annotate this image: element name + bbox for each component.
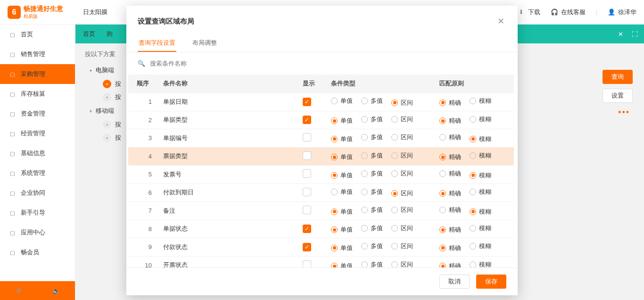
table-row: 1单据日期单值多值区间精确模糊 [128, 93, 514, 111]
radio-fuzzy[interactable]: 模糊 [470, 242, 491, 250]
show-checkbox[interactable] [303, 188, 311, 196]
cell-order: 9 [128, 238, 157, 257]
cell-order: 2 [128, 111, 157, 129]
radio-range[interactable]: 区间 [391, 260, 413, 268]
cell-name: 付款状态 [157, 238, 297, 257]
radio-range[interactable]: 区间 [391, 189, 413, 198]
radio-multi[interactable]: 多值 [361, 188, 383, 196]
table-row: 5发票号单值多值区间精确模糊 [128, 166, 514, 184]
radio-single[interactable]: 单值 [331, 262, 353, 267]
radio-fuzzy[interactable]: 模糊 [470, 260, 491, 268]
table-row: 3单据编号单值多值区间精确模糊 [128, 129, 514, 148]
radio-multi[interactable]: 多值 [361, 133, 383, 142]
show-checkbox[interactable] [303, 133, 311, 142]
radio-exact[interactable]: 精确 [439, 189, 461, 198]
radio-single[interactable]: 单值 [331, 244, 353, 252]
radio-single[interactable]: 单值 [331, 171, 353, 180]
search-icon: 🔍 [138, 60, 145, 67]
table-row: 4票据类型单值多值区间精确模糊 [128, 147, 514, 166]
radio-exact[interactable]: 精确 [439, 225, 461, 234]
radio-multi[interactable]: 多值 [361, 169, 383, 178]
table-row: 6付款到期日单值多值区间精确模糊 [128, 183, 514, 202]
radio-range[interactable]: 区间 [391, 151, 413, 160]
cell-name: 单据状态 [157, 220, 297, 238]
radio-exact[interactable]: 精确 [439, 153, 461, 161]
cell-order: 8 [128, 220, 157, 238]
col-show: 显示 [297, 75, 325, 93]
radio-range[interactable]: 区间 [391, 242, 413, 250]
radio-fuzzy[interactable]: 模糊 [470, 224, 491, 233]
radio-fuzzy[interactable]: 模糊 [470, 188, 491, 196]
radio-single[interactable]: 单值 [331, 225, 353, 234]
radio-fuzzy[interactable]: 模糊 [470, 97, 491, 105]
radio-range[interactable]: 区间 [391, 206, 413, 214]
col-name: 条件名称 [157, 75, 297, 93]
radio-fuzzy[interactable]: 模糊 [470, 135, 491, 143]
radio-exact[interactable]: 精确 [439, 99, 461, 107]
show-checkbox[interactable] [303, 260, 311, 267]
table-row: 8单据状态单值多值区间精确模糊 [128, 220, 514, 238]
cell-name: 备注 [157, 202, 297, 220]
radio-range[interactable]: 区间 [391, 224, 413, 233]
radio-multi[interactable]: 多值 [361, 260, 383, 268]
radio-exact[interactable]: 精确 [439, 133, 461, 142]
tab-query-fields[interactable]: 查询字段设置 [138, 35, 176, 52]
show-checkbox[interactable] [303, 169, 311, 178]
radio-multi[interactable]: 多值 [361, 206, 383, 214]
radio-multi[interactable]: 多值 [361, 242, 383, 250]
col-order: 顺序 [128, 75, 157, 93]
cell-order: 10 [128, 256, 157, 267]
cell-name: 发票号 [157, 166, 297, 184]
radio-single[interactable]: 单值 [331, 117, 353, 125]
cell-order: 7 [128, 202, 157, 220]
radio-fuzzy[interactable]: 模糊 [470, 171, 491, 180]
radio-single[interactable]: 单值 [331, 97, 353, 105]
radio-exact[interactable]: 精确 [439, 169, 461, 178]
radio-exact[interactable]: 精确 [439, 117, 461, 125]
radio-fuzzy[interactable]: 模糊 [470, 151, 491, 160]
fields-table: 顺序 条件名称 显示 条件类型 匹配原则 1单据日期单值多值区间精确模糊2单据类… [128, 75, 514, 267]
radio-single[interactable]: 单值 [331, 188, 353, 196]
radio-fuzzy[interactable]: 模糊 [470, 208, 491, 216]
query-layout-modal: 设置查询区域布局 ✕ 查询字段设置 布局调整 🔍 顺序 条件名称 显示 条件类型… [126, 6, 518, 295]
show-checkbox[interactable] [303, 98, 311, 106]
cell-order: 5 [128, 166, 157, 184]
cell-name: 单据类型 [157, 111, 297, 129]
show-checkbox[interactable] [303, 225, 311, 233]
cell-order: 6 [128, 183, 157, 202]
show-checkbox[interactable] [303, 116, 311, 124]
table-row: 10开票状态单值多值区间精确模糊 [128, 256, 514, 267]
radio-single[interactable]: 单值 [331, 208, 353, 216]
cell-order: 4 [128, 147, 157, 166]
show-checkbox[interactable] [303, 151, 311, 160]
radio-range[interactable]: 区间 [391, 115, 413, 124]
cell-name: 单据日期 [157, 93, 297, 111]
radio-range[interactable]: 区间 [391, 169, 413, 178]
radio-exact[interactable]: 精确 [439, 262, 461, 267]
radio-fuzzy[interactable]: 模糊 [470, 115, 491, 124]
col-match: 匹配原则 [434, 75, 514, 93]
cell-name: 付款到期日 [157, 183, 297, 202]
col-ctype: 条件类型 [325, 75, 434, 93]
radio-exact[interactable]: 精确 [439, 244, 461, 252]
tab-layout-adjust[interactable]: 布局调整 [191, 35, 218, 52]
radio-range[interactable]: 区间 [391, 99, 413, 107]
cancel-button[interactable]: 取消 [439, 275, 470, 289]
radio-single[interactable]: 单值 [331, 135, 353, 143]
cell-order: 1 [128, 93, 157, 111]
cell-name: 票据类型 [157, 147, 297, 166]
close-icon[interactable]: ✕ [495, 14, 506, 28]
radio-exact[interactable]: 精确 [439, 206, 461, 214]
modal-title: 设置查询区域布局 [138, 17, 194, 26]
cell-name: 开票状态 [157, 256, 297, 267]
save-button[interactable]: 保存 [476, 275, 506, 289]
radio-single[interactable]: 单值 [331, 153, 353, 161]
search-input[interactable] [149, 57, 506, 70]
show-checkbox[interactable] [303, 206, 311, 214]
radio-range[interactable]: 区间 [391, 133, 413, 142]
radio-multi[interactable]: 多值 [361, 224, 383, 233]
radio-multi[interactable]: 多值 [361, 97, 383, 105]
radio-multi[interactable]: 多值 [361, 115, 383, 124]
radio-multi[interactable]: 多值 [361, 151, 383, 160]
show-checkbox[interactable] [303, 243, 311, 251]
